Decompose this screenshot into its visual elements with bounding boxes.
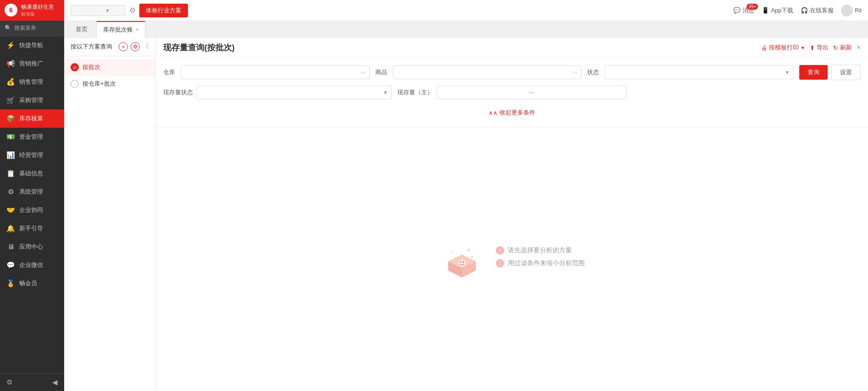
sidebar-nav: ⚡ 快捷导航 📢 营销推广 💰 销售管理 🛒 采购管理 📦 库存核算 💵 资金管… [0, 36, 64, 373]
sidebar-item-caigou[interactable]: 🛒 采购管理 [0, 91, 64, 109]
sidebar-item-jichu[interactable]: 📋 基础信息 [0, 164, 64, 183]
range-dash: — [529, 89, 534, 96]
sidebar-item-zijin[interactable]: 💵 资金管理 [0, 128, 64, 146]
query-button[interactable]: 查询 [799, 65, 828, 80]
sidebar-item-weixin[interactable]: 💬 企业微信 [0, 256, 64, 274]
print-button[interactable]: 🖨 按模板打印 ▼ [761, 43, 805, 52]
plan-item-cangku-pici[interactable]: ○ 按仓库+批次 [64, 76, 155, 92]
qiye-icon: 🤝 [6, 206, 15, 214]
headset-icon: 🎧 [801, 7, 808, 14]
export-button[interactable]: ⬆ 导出 [810, 43, 829, 52]
plan-item-pici[interactable]: ⊙ 按批次 [64, 59, 155, 76]
app-subtitle: 标准版 [21, 11, 54, 17]
left-panel-header: 按以下方案查询 + ⚙ 《 [64, 38, 155, 56]
search-menu-label: 搜索菜单 [14, 24, 36, 32]
refresh-button[interactable]: ↻ 刷新 [833, 43, 852, 52]
tab-kucun-label: 库存批次账 [103, 26, 133, 34]
plan-settings-button[interactable]: ⚙ [131, 42, 140, 51]
svg-point-6 [463, 261, 464, 263]
sidebar-item-xinshou[interactable]: 🔔 新手引导 [0, 219, 64, 238]
warehouse-input[interactable]: ··· [181, 65, 370, 79]
empty-box-icon [439, 236, 485, 282]
plan-inactive-icon: ○ [71, 80, 79, 88]
tab-kucun[interactable]: 库存批次账 × [96, 21, 145, 38]
warehouse-more-icon[interactable]: ··· [360, 69, 366, 76]
sidebar-item-kuaijie[interactable]: ⚡ 快捷导航 [0, 36, 64, 54]
kucun-icon: 📦 [6, 114, 15, 123]
svg-point-7 [467, 249, 470, 251]
sidebar-item-huiyuan[interactable]: 🏅 畅会员 [0, 274, 64, 293]
settings-bottom-icon[interactable]: ⚙ [6, 378, 12, 386]
tab-home[interactable]: 首页 [69, 21, 94, 37]
refresh-icon: ↻ [833, 44, 838, 51]
xinshou-icon: 🔔 [6, 224, 15, 233]
inv-status-arrow-icon: ▼ [383, 90, 388, 95]
app-title: 畅康通好生意 [21, 4, 54, 11]
user-name: Rit [855, 7, 862, 14]
filter-status: 状态 ▼ [587, 65, 794, 79]
hint-2-text: 用过滤条件来缩小分析范围 [508, 259, 585, 267]
add-plan-button[interactable]: + [119, 42, 128, 51]
settings-button[interactable]: 设置 [831, 65, 861, 80]
topbar-search-area[interactable]: ▼ [71, 5, 126, 16]
filter-area: 仓库 ··· 商品 ··· 状态 [156, 58, 868, 127]
yingyong-icon: 🖥 [6, 243, 15, 250]
trial-button[interactable]: 体验行业方案 [139, 4, 188, 17]
topbar-dropdown-icon[interactable]: ▼ [105, 8, 110, 13]
collapse-sidebar-icon[interactable]: ◀ [52, 378, 58, 386]
status-arrow-icon: ▼ [785, 70, 790, 75]
search-menu-button[interactable]: 🔍 搜索菜单 [0, 21, 64, 36]
close-right-panel-button[interactable]: × [857, 43, 861, 52]
collapse-filters-icon: ∧∧ [489, 109, 498, 116]
tab-close-icon[interactable]: × [136, 27, 138, 32]
xitong-icon: ⚙ [6, 188, 15, 196]
hint-1-text: 请先选择要分析的方案 [508, 246, 572, 255]
inventory-qty-label: 现存量（主） [397, 88, 433, 97]
huiyuan-icon: 🏅 [6, 279, 15, 288]
sidebar-item-qiye[interactable]: 🤝 企业协同 [0, 201, 64, 219]
filter-warehouse: 仓库 ··· [163, 65, 370, 79]
svg-point-4 [458, 259, 466, 266]
zijin-icon: 💵 [6, 133, 15, 141]
sidebar-item-kucun[interactable]: 📦 库存核算 [0, 109, 64, 128]
user-area[interactable]: Rit [841, 5, 862, 16]
app-logo: 6 [5, 4, 17, 16]
print-icon: 🖨 [761, 44, 767, 51]
step-1-num: 1 [496, 246, 504, 255]
topbar-left: ▼ ⚙ 体验行业方案 [71, 4, 729, 17]
sidebar-item-yingxiao[interactable]: 📢 营销推广 [0, 54, 64, 73]
product-more-icon[interactable]: ··· [572, 69, 578, 76]
sidebar-item-jingying[interactable]: 📊 经营管理 [0, 146, 64, 164]
page-title: 现存量查询(按批次) [163, 42, 235, 53]
print-dropdown-icon[interactable]: ▼ [801, 45, 805, 50]
sidebar-item-xiaoshou[interactable]: 💰 销售管理 [0, 73, 64, 91]
topbar-search-input[interactable] [75, 7, 102, 14]
app-download-button[interactable]: 📱 App下载 [762, 6, 793, 15]
online-service-button[interactable]: 🎧 在线客服 [801, 6, 834, 15]
xiaoshou-icon: 💰 [6, 78, 15, 86]
product-input[interactable]: ··· [393, 65, 582, 79]
messages-badge: 99+ [747, 4, 758, 10]
sidebar: 6 畅康通好生意 标准版 🔍 搜索菜单 ⚡ 快捷导航 📢 营销推广 💰 销售管理… [0, 0, 64, 391]
plan-header-actions: + ⚙ 《 [119, 42, 149, 51]
sidebar-item-xitong[interactable]: ⚙ 系统管理 [0, 183, 64, 201]
tab-home-label: 首页 [76, 25, 88, 33]
warehouse-label: 仓库 [163, 68, 177, 76]
inventory-qty-range[interactable]: — [437, 86, 626, 99]
svg-point-8 [452, 251, 454, 253]
inventory-status-select[interactable]: ▼ [197, 86, 392, 99]
yingxiao-icon: 📢 [6, 60, 15, 68]
plan-query-label: 按以下方案查询 [71, 43, 112, 51]
search-icon: 🔍 [5, 25, 11, 31]
topbar-gear-icon[interactable]: ⚙ [129, 6, 136, 15]
sidebar-item-yingyong[interactable]: 🖥 应用中心 [0, 238, 64, 256]
collapse-left-panel-button[interactable]: 《 [143, 43, 149, 51]
messages-button[interactable]: 💬 消息 99+ [733, 6, 754, 15]
status-select[interactable]: ▼ [604, 65, 794, 79]
collapse-filters-button[interactable]: ∧∧ 收起更多条件 [163, 105, 861, 120]
caigou-icon: 🛒 [6, 96, 15, 104]
jingying-icon: 📊 [6, 151, 15, 159]
filter-row-2: 现存量状态 ▼ 现存量（主） — [163, 86, 861, 99]
app-download-label: App下载 [771, 6, 793, 15]
filter-row-1: 仓库 ··· 商品 ··· 状态 [163, 65, 861, 80]
